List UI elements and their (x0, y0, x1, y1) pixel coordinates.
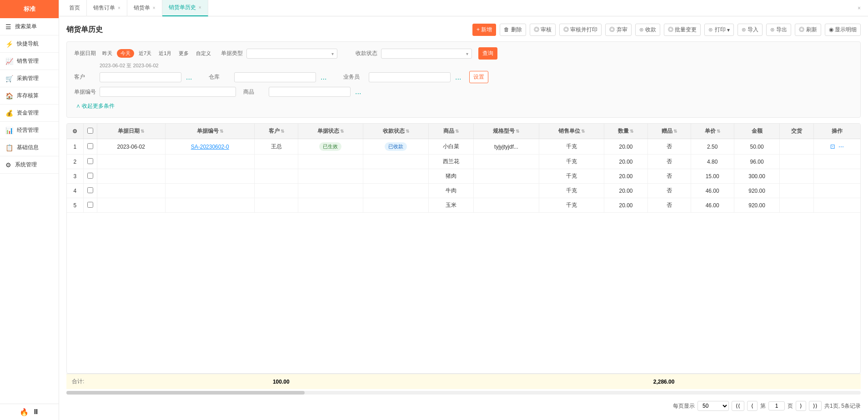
salesperson-input[interactable] (369, 72, 451, 82)
sidebar-item-sys-mgmt[interactable]: ⚙ 系统管理 (0, 156, 59, 174)
per-page-select[interactable]: 50 10 20 100 (697, 401, 729, 411)
date-btn-7days[interactable]: 近7天 (136, 49, 154, 58)
sort-quantity-icon[interactable]: ⇅ (630, 129, 633, 134)
abandon-button[interactable]: ◎ 弃审 (605, 24, 631, 36)
page-title: 销货单历史 (66, 25, 103, 35)
query-button[interactable]: 查询 (478, 47, 497, 60)
sidebar-bottom-icon1[interactable]: 🔥 (20, 408, 29, 416)
filter-collapse-button[interactable]: ∧ 收起更多条件 (74, 100, 116, 112)
edit-btn-0[interactable]: ⚀ (828, 143, 837, 151)
refresh-button[interactable]: ◎ 刷新 (795, 24, 821, 36)
approve-button[interactable]: ◎ 审核 (530, 24, 556, 36)
row-checkbox-3[interactable] (87, 187, 93, 193)
col-checkbox[interactable] (83, 124, 97, 139)
export-button[interactable]: ⊙ 导出 (766, 24, 791, 36)
warehouse-select-btn[interactable]: ... (319, 73, 328, 81)
warehouse-input[interactable] (234, 72, 316, 82)
tab-close-sales-history[interactable]: × (199, 5, 201, 10)
tab-close-all[interactable]: × (854, 5, 864, 11)
doc-no-link[interactable]: SA-20230602-0 (191, 144, 229, 150)
sort-doc-date-icon[interactable]: ⇅ (140, 129, 144, 134)
cell-row-num: 3 (67, 169, 83, 184)
doc-status-badge: 已生效 (319, 142, 341, 151)
date-btn-yesterday[interactable]: 昨天 (100, 49, 115, 58)
filter-row-3: 单据编号 商品 ... (74, 87, 853, 97)
prev-page-button[interactable]: ⟨ (747, 401, 758, 411)
doc-no-input[interactable] (100, 87, 236, 97)
col-settings[interactable]: ⚙ (67, 124, 83, 139)
salesperson-label: 业务员 (343, 73, 366, 81)
last-page-button[interactable]: ⟩⟩ (809, 401, 822, 411)
sort-customer-icon[interactable]: ⇅ (281, 129, 284, 134)
sidebar-item-quick-nav[interactable]: ⚡ 快捷导航 (0, 35, 59, 53)
tab-close-sales-delivery[interactable]: × (153, 5, 156, 10)
cell-doc-date: 2023-06-02 (97, 139, 166, 155)
tab-sales-order[interactable]: 销售订单 × (87, 0, 127, 16)
cell-sales-unit: 千克 (539, 155, 604, 169)
tab-close-sales-order[interactable]: × (118, 5, 120, 10)
new-button[interactable]: + 新增 (472, 24, 496, 36)
product-input[interactable] (269, 87, 351, 97)
row-checkbox-4[interactable] (87, 202, 93, 208)
show-detail-button[interactable]: ◉ 显示明细 (825, 24, 861, 36)
cell-sales-unit: 千克 (539, 169, 604, 184)
sort-product-icon[interactable]: ⇅ (455, 129, 459, 134)
tab-home[interactable]: 首页 (63, 0, 87, 16)
doc-type-select[interactable] (246, 49, 337, 59)
sidebar-bottom-icon2[interactable]: ⏸ (32, 408, 40, 416)
cell-actions (814, 169, 860, 184)
sort-doc-no-icon[interactable]: ⇅ (220, 129, 223, 134)
date-btn-more[interactable]: 更多 (176, 49, 191, 58)
tab-sales-delivery[interactable]: 销货单 × (127, 0, 162, 16)
receive-button[interactable]: ⊙ 收款 (635, 24, 660, 36)
sidebar-item-purchase-mgmt[interactable]: 🛒 采购管理 (0, 70, 59, 87)
delete-button[interactable]: 🗑 删除 (500, 24, 526, 36)
sidebar-item-search-menu[interactable]: ☰ 搜索菜单 (0, 18, 59, 35)
more-btn-0[interactable]: ⋯ (837, 143, 846, 151)
filter-group-payment-status: 收款状态 ▾ 查询 (356, 47, 497, 60)
settings-filter-button[interactable]: 设置 (469, 71, 488, 83)
sort-sales-unit-icon[interactable]: ⇅ (581, 129, 585, 134)
date-btn-1month[interactable]: 近1月 (156, 49, 174, 58)
batch-change-button[interactable]: ◎ 批量变更 (664, 24, 701, 36)
scrollbar-thumb[interactable] (66, 391, 305, 395)
row-checkbox-2[interactable] (87, 173, 93, 179)
cell-product: 玉米 (428, 198, 473, 213)
date-btn-today[interactable]: 今天 (117, 49, 134, 58)
print-button[interactable]: ⊙ 打印 ▾ (704, 24, 733, 36)
sidebar-logo: 标准 (0, 0, 59, 18)
filter-group-date: 单据日期 昨天 今天 近7天 近1月 更多 自定义 (74, 49, 214, 58)
date-btn-custom[interactable]: 自定义 (193, 49, 214, 58)
filter-group-warehouse: 仓库 ... (209, 72, 336, 82)
sort-gift-icon[interactable]: ⇅ (673, 129, 677, 134)
sales-mgmt-icon: 📈 (5, 58, 13, 65)
approve-print-button[interactable]: ◎ 审核并打印 (559, 24, 602, 36)
table-row: 2西兰花千克20.00否4.8096.00 (67, 155, 860, 169)
page-number-input[interactable] (768, 401, 785, 410)
customer-input[interactable] (100, 72, 181, 82)
salesperson-select-btn[interactable]: ... (453, 73, 463, 81)
customer-select-btn[interactable]: ... (184, 73, 194, 81)
import-button[interactable]: ⊙ 导入 (738, 24, 763, 36)
select-all-checkbox[interactable] (87, 128, 93, 134)
row-checkbox-1[interactable] (87, 158, 93, 164)
sort-spec-icon[interactable]: ⇅ (516, 129, 519, 134)
cell-unit-price: 15.00 (691, 169, 734, 184)
first-page-button[interactable]: ⟨⟨ (732, 401, 744, 411)
sidebar-item-sales-mgmt[interactable]: 📈 销售管理 (0, 53, 59, 70)
sidebar-item-ops-mgmt[interactable]: 📊 经营管理 (0, 122, 59, 139)
payment-status-select[interactable] (381, 49, 472, 59)
sidebar-item-inventory[interactable]: 🏠 库存核算 (0, 87, 59, 105)
cell-product: 牛肉 (428, 184, 473, 198)
sort-doc-status-icon[interactable]: ⇅ (340, 129, 344, 134)
sort-unit-price-icon[interactable]: ⇅ (717, 129, 720, 134)
sidebar-item-base-info[interactable]: 📋 基础信息 (0, 139, 59, 156)
horizontal-scrollbar[interactable] (66, 391, 861, 395)
row-checkbox-0[interactable] (87, 143, 93, 149)
next-page-button[interactable]: ⟩ (796, 401, 806, 411)
sidebar-item-finance-mgmt[interactable]: 💰 资金管理 (0, 105, 59, 122)
product-select-btn[interactable]: ... (353, 88, 363, 96)
sort-payment-status-icon[interactable]: ⇅ (406, 129, 409, 134)
tab-sales-history[interactable]: 销货单历史 × (162, 0, 208, 16)
page-prefix-label: 第 (760, 402, 766, 410)
